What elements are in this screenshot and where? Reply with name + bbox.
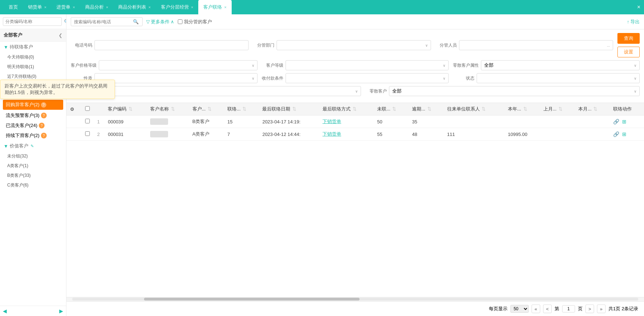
- nav-product-analysis[interactable]: 商品分析 ×: [80, 0, 113, 14]
- continuous-drop-badge: ?: [41, 133, 47, 138]
- export-button[interactable]: ↑ 导出: [627, 19, 640, 25]
- per-page-select[interactable]: 50 100 200: [510, 305, 529, 313]
- row1-checkbox[interactable]: [82, 115, 93, 128]
- customer-level-select[interactable]: ∨: [286, 60, 449, 70]
- col-last-month[interactable]: 上月... ⇅: [540, 103, 575, 115]
- col-contact[interactable]: 联络... ⇅: [224, 103, 259, 115]
- filter-toolbar: 🔍 ▽ 更多条件 ∧ 我分管的客户 ↑ 导出: [66, 14, 644, 29]
- close-purchase-order-icon[interactable]: ×: [73, 5, 75, 9]
- filter-search-icon[interactable]: 🔍: [133, 19, 139, 24]
- row2-name: [147, 128, 189, 141]
- col-no-contact[interactable]: 未联... ⇅: [374, 103, 408, 115]
- table-row: 2 000031 A类客户 7 2023-04-12 14:44: 下销货单 5…: [66, 128, 644, 141]
- value-group-header[interactable]: ▼ 价值客户 ✎: [0, 141, 66, 151]
- next-page-button[interactable]: >: [585, 305, 594, 313]
- nav-purchase-order[interactable]: 进货单 ×: [51, 0, 80, 14]
- retail-attr-select[interactable]: 全部 ∨: [481, 60, 640, 70]
- sidebar-item-abnormal-repurchase[interactable]: 回购异常客户(2) ?: [3, 100, 63, 110]
- col-name[interactable]: 客户名称 ⇅: [147, 103, 189, 115]
- branch-person-select[interactable]: ...: [459, 40, 613, 50]
- filter-search-box[interactable]: 🔍: [71, 17, 143, 26]
- close-all-tabs-button[interactable]: ×: [637, 4, 640, 10]
- query-button[interactable]: 查询: [617, 33, 640, 44]
- first-page-button[interactable]: «: [532, 305, 540, 313]
- nav-customer-contact[interactable]: 客户联络 ×: [198, 0, 231, 14]
- page-input[interactable]: [562, 305, 575, 312]
- col-contacts[interactable]: 往来单位联系人 ⇅: [444, 103, 504, 115]
- status-select[interactable]: ∨: [477, 73, 640, 83]
- sidebar-item-ungrouped[interactable]: 未分组(32): [0, 151, 66, 161]
- close-product-analysis-list-icon[interactable]: ×: [148, 5, 150, 9]
- col-this-year[interactable]: 本年... ⇅: [504, 103, 539, 115]
- sidebar-item-class-c[interactable]: C类客户(6): [0, 180, 66, 190]
- sidebar-item-tomorrow-contact[interactable]: 明天待联络(1): [0, 62, 66, 72]
- sidebar-item-class-b[interactable]: B类客户(33): [0, 171, 66, 180]
- retail-customer-label: 零散客户: [365, 88, 387, 94]
- row1-last-method[interactable]: 下销货单: [319, 115, 374, 128]
- filter-search-input[interactable]: [74, 19, 131, 24]
- col-level[interactable]: 客户... ⇅: [189, 103, 224, 115]
- sidebar-search-icon[interactable]: 🔍: [64, 19, 66, 24]
- collapse-icon[interactable]: ❮: [59, 33, 62, 38]
- customer-type-select[interactable]: ∨: [110, 86, 361, 96]
- row1-link-icon[interactable]: 🔗: [613, 119, 619, 124]
- sidebar-item-continuous-drop[interactable]: 持续下滑客户(2) ?: [0, 131, 66, 141]
- phone-input[interactable]: [94, 40, 249, 50]
- prev-page-button[interactable]: <: [543, 305, 552, 313]
- payment-field: 收付款条件 ∨: [262, 73, 449, 83]
- row2-last-method[interactable]: 下销货单: [319, 128, 374, 141]
- col-last-method[interactable]: 最后联络方式 ⇅: [319, 103, 374, 115]
- close-sales-order-icon[interactable]: ×: [44, 5, 46, 9]
- col-checkbox[interactable]: [82, 103, 93, 115]
- level-sort-icon: ⇅: [208, 106, 212, 112]
- row1-contact: 15: [224, 115, 259, 128]
- close-customer-stratification-icon[interactable]: ×: [191, 5, 193, 9]
- horizontal-scrollbar[interactable]: [66, 297, 644, 301]
- col-this-month[interactable]: 本月... ⇅: [575, 103, 610, 115]
- col-code[interactable]: 客户编码 ⇅: [104, 103, 147, 115]
- nature-select[interactable]: ∨: [94, 73, 258, 83]
- sidebar-nav-right-icon[interactable]: ▶: [59, 308, 63, 314]
- sidebar-item-lost-customers[interactable]: 已流失客户(24) ?: [0, 121, 66, 131]
- nav-customer-stratification[interactable]: 客户分层经营 ×: [156, 0, 198, 14]
- my-customers-checkbox[interactable]: [178, 19, 182, 24]
- col-last-date[interactable]: 最后联络日期 ⇅: [259, 103, 319, 115]
- sidebar-item-class-a[interactable]: A类客户(1): [0, 161, 66, 171]
- sidebar-bottom-nav: ◀ ▶: [0, 306, 66, 316]
- sidebar-search-input[interactable]: [3, 17, 62, 26]
- nav-sales-order[interactable]: 销货单 ×: [23, 0, 51, 14]
- sidebar-item-lost-pre-warning[interactable]: 流失预警客户(3) ?: [0, 110, 66, 121]
- payment-select[interactable]: ∨: [286, 73, 449, 83]
- status-field: 状态 ∨: [453, 73, 640, 83]
- scrollbar-thumb[interactable]: [144, 298, 360, 301]
- nav-product-analysis-list[interactable]: 商品分析列表 ×: [113, 0, 156, 14]
- waiting-group-header[interactable]: ▼ 待联络客户: [0, 42, 66, 52]
- row2-grid-icon[interactable]: ⊞: [622, 131, 626, 137]
- row2-link-icon[interactable]: 🔗: [613, 131, 619, 137]
- branch-dept-select[interactable]: ∨: [277, 40, 431, 50]
- filter-row-2: 客户价格等级 ∨ 客户等级 ∨ 零散客户属性 全部: [71, 60, 640, 70]
- branch-person-field: 分管人员 ...: [435, 40, 613, 50]
- sidebar-item-today-contact[interactable]: 今天待联络(0): [0, 52, 66, 62]
- sidebar-nav-left-icon[interactable]: ◀: [3, 308, 7, 314]
- retail-customer-select[interactable]: 全部 ∨: [389, 86, 640, 96]
- select-all-checkbox[interactable]: [85, 106, 90, 111]
- last-page-button[interactable]: »: [597, 305, 606, 313]
- filter-icon: ▽: [146, 19, 150, 24]
- row1-grid-icon[interactable]: ⊞: [622, 119, 626, 124]
- more-conditions-button[interactable]: ▽ 更多条件 ∧: [146, 19, 174, 25]
- row2-checkbox[interactable]: [82, 128, 93, 141]
- col-settings[interactable]: ⚙: [66, 103, 82, 115]
- col-overdue[interactable]: 逾期... ⇅: [408, 103, 443, 115]
- price-level-select[interactable]: ∨: [99, 60, 258, 70]
- branch-dept-label: 分管部门: [253, 42, 274, 48]
- close-product-analysis-icon[interactable]: ×: [106, 5, 108, 9]
- my-customers-checkbox-area[interactable]: 我分管的客户: [178, 19, 212, 25]
- set-button[interactable]: 设置: [617, 47, 640, 57]
- branch-dept-field: 分管部门 ∨: [253, 40, 431, 50]
- last-method-sort-icon: ⇅: [353, 106, 357, 112]
- nav-home[interactable]: 首页: [4, 0, 23, 14]
- customer-level-chevron-icon: ∨: [443, 63, 445, 67]
- close-customer-contact-icon[interactable]: ×: [224, 5, 226, 9]
- value-group-edit-icon[interactable]: ✎: [31, 144, 34, 148]
